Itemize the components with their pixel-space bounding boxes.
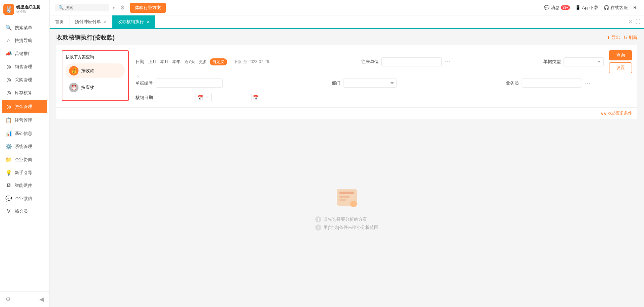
- date-nolimit-text: 不限: [234, 59, 242, 65]
- hardware-icon: 🖥: [5, 183, 12, 189]
- filter-option-by-receipt[interactable]: 💰 按收款: [66, 63, 125, 78]
- reconcile-date-start-input[interactable]: 2023-03-01: [156, 93, 196, 102]
- date-to-text: 至: [243, 59, 247, 65]
- svg-rect-1: [339, 192, 354, 194]
- sidebar-item-business[interactable]: 📋 经营管理: [0, 114, 49, 127]
- voucher-no-input[interactable]: [156, 79, 223, 88]
- sidebar-item-system[interactable]: ⚙️ 系统管理: [0, 140, 49, 153]
- date-nolimit-display: 不限 至 2023-07-26: [234, 59, 269, 65]
- sidebar-item-wechat[interactable]: 💬 企业微信: [0, 192, 49, 205]
- department-label: 部门: [332, 80, 340, 86]
- counterparty-more-icon[interactable]: ···: [444, 59, 451, 65]
- sidebar-label-member: 畅会员: [15, 208, 28, 214]
- department-select[interactable]: [343, 79, 397, 88]
- voucher-type-select[interactable]: [564, 57, 604, 66]
- sidebar-item-purchase[interactable]: ◎ 采购管理: [0, 73, 49, 86]
- main-area: 🔍 ▾ ⚙ 体验行业方案 💬 消息 99+ 📱 App下载 🎧 在线客服 Rit: [50, 0, 644, 307]
- solution-button[interactable]: 体验行业方案: [130, 3, 166, 13]
- staff-field: 业务员 ···: [506, 79, 591, 88]
- sidebar-label-marketing: 营销推广: [15, 51, 32, 57]
- tab-controls: ✕ ⛶: [625, 19, 644, 25]
- staff-more-icon[interactable]: ···: [585, 80, 591, 86]
- filter-row-2: 单据编号 部门 业务员: [136, 79, 632, 88]
- online-service-action[interactable]: 🎧 在线客服: [604, 5, 628, 11]
- filter-panel-chevron: ›: [137, 73, 139, 79]
- date-custom-btn[interactable]: 自定义: [210, 58, 227, 65]
- collapse-more-button[interactable]: ∧∧ 收起更多条件: [600, 110, 632, 116]
- sidebar-item-marketing[interactable]: 📣 营销推广: [0, 47, 49, 60]
- staff-input[interactable]: [522, 79, 582, 88]
- tab-receipt-offset[interactable]: 收款核销执行 ✕: [112, 15, 155, 28]
- empty-text-2: 用[过滤]条件来缩小分析范围: [323, 224, 378, 231]
- sidebar-item-finance[interactable]: ◎ 资金管理: [2, 100, 47, 113]
- filter-option-by-receivable[interactable]: ⏰ 按应收: [66, 80, 125, 95]
- collapse-sidebar-icon[interactable]: ◀: [39, 296, 44, 303]
- tab-maximize-button[interactable]: ⛶: [635, 19, 641, 25]
- page-header: 收款核销执行(按收款) ⬆ 导出 ↻ 刷新: [50, 29, 644, 45]
- svg-rect-2: [339, 196, 350, 198]
- sidebar-label-system: 系统管理: [15, 144, 32, 150]
- topbar-search-input[interactable]: [65, 5, 105, 10]
- app-download-action[interactable]: 📱 App下载: [575, 5, 598, 11]
- sidebar-item-quicknav[interactable]: ⌂ 快捷导航: [0, 34, 49, 47]
- sidebar-item-search[interactable]: 🔍 搜索菜单: [0, 21, 49, 34]
- refresh-icon: ↻: [624, 35, 627, 40]
- tabbar: 首页 预付冲应付单 ✕ 收款核销执行 ✕ ✕ ⛶: [50, 15, 644, 29]
- date-last-month-btn[interactable]: 上月: [147, 58, 158, 65]
- sidebar-item-guide[interactable]: 💡 新手引导: [0, 166, 49, 179]
- receipt-option-label: 按收款: [81, 68, 94, 74]
- marketing-icon: 📣: [5, 50, 12, 57]
- date-this-month-btn[interactable]: 本月: [159, 58, 170, 65]
- sales-icon: ◎: [5, 63, 12, 70]
- sidebar-item-basic[interactable]: 📊 基础信息: [0, 127, 49, 140]
- settings-footer-icon[interactable]: ⚙: [5, 296, 11, 303]
- sidebar-item-cooperation[interactable]: 📁 企业协同: [0, 153, 49, 166]
- query-button[interactable]: 查询: [609, 50, 632, 60]
- reconcile-date-start-cal-icon[interactable]: 📅: [197, 95, 203, 100]
- purchase-icon: ◎: [5, 76, 12, 83]
- empty-num-1: 1: [315, 216, 321, 222]
- tab-prepayment-label: 预付冲应付单: [75, 19, 101, 25]
- sidebar-item-member[interactable]: V 畅会员: [0, 205, 49, 218]
- query-buttons: 查询 设置: [609, 50, 632, 73]
- collapse-btn-label: 收起更多条件: [608, 110, 632, 116]
- sidebar-item-inventory[interactable]: ◎ 库存核算: [0, 86, 49, 99]
- receivable-option-icon: ⏰: [69, 83, 78, 92]
- collapse-chevron-icon: ∧∧: [600, 111, 606, 116]
- inventory-icon: ◎: [5, 90, 12, 96]
- message-badge: 99+: [561, 5, 570, 10]
- tab-prepayment-close[interactable]: ✕: [104, 20, 107, 24]
- sidebar-item-sales[interactable]: ◎ 销售管理: [0, 60, 49, 73]
- tab-close-all-button[interactable]: ✕: [628, 19, 633, 25]
- tab-prepayment[interactable]: 预付冲应付单 ✕: [69, 15, 112, 28]
- sidebar-label-hardware: 智能硬件: [15, 183, 32, 189]
- filter-row-1: 日期 上月 本月 本年 近7天 更多 自定义 不限: [136, 50, 632, 73]
- sidebar-label-purchase: 采购管理: [15, 77, 32, 83]
- refresh-button[interactable]: ↻ 刷新: [624, 35, 637, 41]
- counterparty-input[interactable]: [381, 57, 442, 66]
- export-button[interactable]: ⬆ 导出: [606, 35, 620, 41]
- sidebar-label-business: 经营管理: [15, 117, 32, 123]
- filter-panel: 按以下方案查询 💰 按收款 ⏰ 按应收 ›: [56, 45, 637, 107]
- date-more-btn[interactable]: 更多: [198, 58, 208, 65]
- date-7days-btn[interactable]: 近7天: [183, 58, 196, 65]
- date-this-year-btn[interactable]: 本年: [171, 58, 182, 65]
- reconcile-date-start-wrapper: 2023-03-01 📅: [156, 93, 203, 102]
- username-display[interactable]: Rit: [633, 5, 639, 10]
- member-icon: V: [5, 208, 12, 214]
- reconcile-date-end-input[interactable]: 2023-07-21: [211, 93, 252, 102]
- set-button[interactable]: 设置: [609, 62, 632, 73]
- tab-receipt-offset-close[interactable]: ✕: [147, 20, 150, 24]
- logo-text-block: 畅捷通好生意 标准版: [16, 5, 40, 14]
- sidebar-footer: ⚙ ◀: [0, 291, 49, 307]
- topbar-chevron-icon[interactable]: ▾: [113, 5, 115, 10]
- svg-rect-3: [339, 199, 346, 201]
- reconcile-date-picker: 2023-03-01 📅 — 2023-07-21 📅: [156, 93, 259, 102]
- topbar-gear-icon[interactable]: ⚙: [120, 4, 125, 11]
- reconcile-date-end-cal-icon[interactable]: 📅: [253, 95, 259, 100]
- system-icon: ⚙️: [5, 143, 12, 150]
- app-label: App下载: [582, 5, 598, 11]
- sidebar-item-hardware[interactable]: 🖥 智能硬件: [0, 179, 49, 192]
- tab-home[interactable]: 首页: [50, 15, 69, 28]
- message-action[interactable]: 💬 消息 99+: [544, 5, 570, 11]
